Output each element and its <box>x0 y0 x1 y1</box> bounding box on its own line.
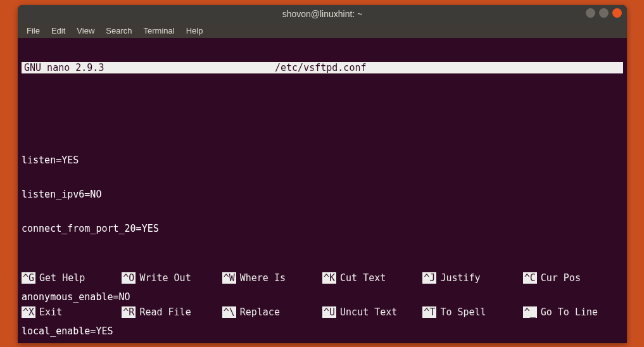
shortcut-to-spell: ^TTo Spell <box>422 306 522 318</box>
menu-file[interactable]: File <box>22 25 45 37</box>
shortcut-replace: ^\Replace <box>222 306 322 318</box>
terminal-window: shovon@linuxhint: ~ File Edit View Searc… <box>18 5 627 343</box>
shortcut-row: ^XExit ^RRead File ^\Replace ^UUncut Tex… <box>22 306 623 318</box>
shortcut-key: ^_ <box>523 306 537 318</box>
menu-edit[interactable]: Edit <box>46 25 70 37</box>
shortcut-row: ^GGet Help ^OWrite Out ^WWhere Is ^KCut … <box>22 272 623 284</box>
shortcut-key: ^\ <box>222 306 236 318</box>
shortcut-key: ^J <box>422 272 436 284</box>
shortcut-key: ^G <box>22 272 35 284</box>
shortcut-key: ^U <box>322 306 336 318</box>
shortcut-uncut-text: ^UUncut Text <box>322 306 422 318</box>
shortcut-write-out: ^OWrite Out <box>122 272 222 284</box>
shortcut-desc: Go To Line <box>541 306 598 318</box>
config-line: listen=YES <box>22 155 623 166</box>
shortcut-desc: Get Help <box>39 272 85 284</box>
shortcut-desc: Read File <box>139 306 191 318</box>
shortcut-get-help: ^GGet Help <box>22 272 122 284</box>
menubar: File Edit View Search Terminal Help <box>18 23 627 38</box>
nano-version: GNU nano 2.9.3 <box>22 62 275 73</box>
window-title: shovon@linuxhint: ~ <box>282 9 363 19</box>
nano-footer: ^GGet Help ^OWrite Out ^WWhere Is ^KCut … <box>22 249 623 341</box>
shortcut-key: ^W <box>222 272 236 284</box>
maximize-icon[interactable] <box>599 8 609 18</box>
close-icon[interactable] <box>612 8 622 18</box>
minimize-icon[interactable] <box>586 8 595 18</box>
shortcut-key: ^K <box>322 272 336 284</box>
config-line <box>22 120 623 132</box>
shortcut-key: ^C <box>523 272 537 284</box>
shortcut-where-is: ^WWhere Is <box>222 272 322 284</box>
shortcut-desc: Cut Text <box>340 272 386 284</box>
config-line: connect_from_port_20=YES <box>22 223 623 234</box>
nano-filename: /etc/vsftpd.conf <box>275 62 623 73</box>
shortcut-desc: Replace <box>240 306 280 318</box>
shortcut-desc: Exit <box>39 306 62 318</box>
shortcut-read-file: ^RRead File <box>122 306 222 318</box>
shortcut-desc: Justify <box>440 272 480 284</box>
shortcut-go-to-line: ^_Go To Line <box>523 306 623 318</box>
shortcut-desc: Write Out <box>139 272 191 284</box>
terminal-area[interactable]: GNU nano 2.9.3 /etc/vsftpd.conf listen=Y… <box>18 38 627 343</box>
menu-help[interactable]: Help <box>181 25 208 37</box>
shortcut-desc: To Spell <box>440 306 486 318</box>
menu-view[interactable]: View <box>72 25 99 37</box>
shortcut-key: ^R <box>122 306 136 318</box>
shortcut-desc: Where Is <box>240 272 286 284</box>
shortcut-desc: Cur Pos <box>541 272 581 284</box>
window-controls <box>586 8 622 18</box>
shortcut-key: ^O <box>122 272 136 284</box>
shortcut-cut-text: ^KCut Text <box>322 272 422 284</box>
shortcut-cur-pos: ^CCur Pos <box>523 272 623 284</box>
menu-terminal[interactable]: Terminal <box>139 25 180 37</box>
titlebar: shovon@linuxhint: ~ <box>18 5 627 23</box>
config-line: listen_ipv6=NO <box>22 189 623 200</box>
nano-header: GNU nano 2.9.3 /etc/vsftpd.conf <box>22 62 623 73</box>
shortcut-justify: ^JJustify <box>422 272 522 284</box>
shortcut-exit: ^XExit <box>22 306 122 318</box>
shortcut-key: ^X <box>22 306 35 318</box>
shortcut-key: ^T <box>422 306 436 318</box>
shortcut-desc: Uncut Text <box>340 306 397 318</box>
menu-search[interactable]: Search <box>101 25 137 37</box>
